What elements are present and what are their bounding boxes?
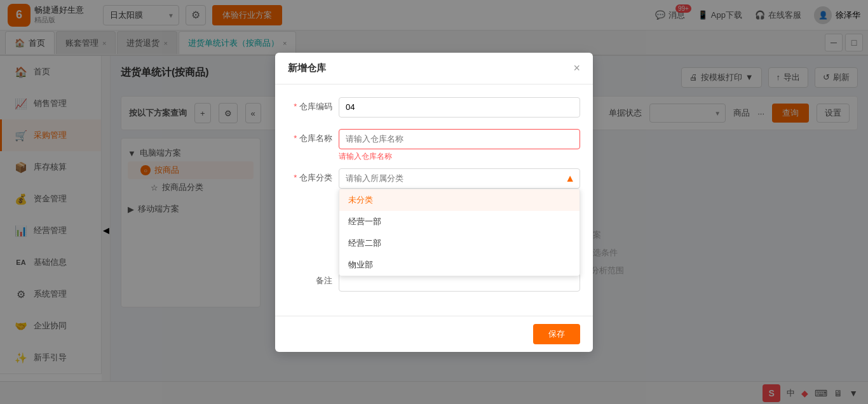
dropdown-item-dept3[interactable]: 物业部 — [339, 254, 580, 276]
category-label: 仓库分类 — [288, 168, 339, 184]
dropdown-item-unclassified[interactable]: 未分类 — [339, 189, 580, 211]
category-input[interactable] — [339, 168, 580, 189]
modal-header: 新增仓库 × — [275, 53, 593, 84]
category-toggle-btn[interactable]: ▲ — [565, 173, 575, 184]
category-input-wrapper: ▲ — [339, 168, 580, 189]
dropdown-item-dept1[interactable]: 经营一部 — [339, 211, 580, 232]
code-label: 仓库编码 — [288, 97, 339, 112]
modal-close-btn[interactable]: × — [573, 62, 580, 75]
modal-title: 新增仓库 — [288, 62, 326, 74]
form-row-category: 仓库分类 ▲ 未分类 经营一部 经营二部 物业部 — [288, 168, 580, 189]
dropdown-item-dept2[interactable]: 经营二部 — [339, 232, 580, 254]
name-input[interactable] — [339, 129, 580, 149]
modal-footer: 保存 — [275, 316, 593, 352]
notes-label: 备注 — [288, 271, 339, 286]
form-row-name: 仓库名称 请输入仓库名称 — [288, 129, 580, 149]
chevron-up-icon: ▲ — [565, 173, 575, 184]
name-error-msg: 请输入仓库名称 — [339, 151, 392, 162]
new-warehouse-modal: 新增仓库 × 仓库编码 仓库名称 请输入仓库名称 仓库分类 — [275, 53, 593, 352]
save-btn[interactable]: 保存 — [533, 324, 580, 344]
name-label: 仓库名称 — [288, 129, 339, 144]
form-row-code: 仓库编码 — [288, 97, 580, 118]
code-input[interactable] — [339, 97, 580, 118]
modal-overlay[interactable]: 新增仓库 × 仓库编码 仓库名称 请输入仓库名称 仓库分类 — [0, 0, 868, 404]
category-dropdown: 未分类 经营一部 经营二部 物业部 — [339, 189, 580, 276]
modal-body: 仓库编码 仓库名称 请输入仓库名称 仓库分类 ▲ — [275, 84, 593, 316]
